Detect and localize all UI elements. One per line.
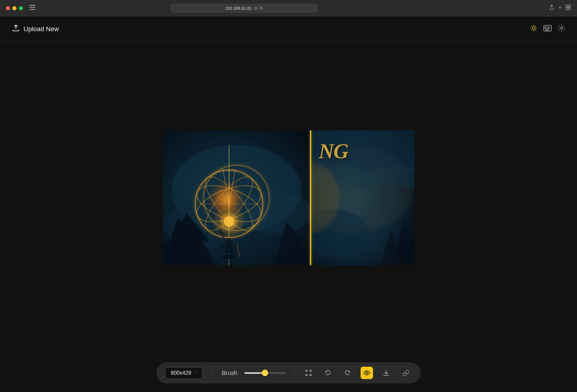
forward-arrow[interactable]: ›	[48, 4, 54, 12]
traffic-lights	[6, 6, 23, 10]
svg-line-15	[532, 30, 532, 30]
svg-point-36	[203, 173, 256, 226]
svg-rect-1	[29, 7, 35, 8]
title-bar: ‹ › 192.168.31.81 ⊙ ↻ +	[0, 0, 577, 16]
maximize-button[interactable]	[19, 6, 23, 10]
svg-point-45	[224, 216, 234, 227]
reload-icon[interactable]: ↻	[260, 6, 263, 11]
upload-label: Upload New	[24, 25, 59, 33]
navigation-arrows: ‹ ›	[42, 4, 54, 12]
brush-slider[interactable]	[244, 372, 286, 374]
resolution-label: 800x429	[171, 370, 191, 376]
toolbar-pill: 800x429 ⌃ Brush	[156, 362, 420, 383]
grid-icon[interactable]	[565, 4, 571, 12]
svg-line-50	[223, 170, 229, 207]
slider-track	[244, 372, 286, 374]
address-bar[interactable]: 192.168.31.81 ⊙ ↻	[171, 4, 318, 13]
resolution-button[interactable]: 800x429 ⌃	[165, 367, 203, 379]
svg-rect-6	[568, 8, 571, 10]
brightness-icon[interactable]	[530, 24, 538, 34]
svg-rect-4	[568, 5, 571, 7]
address-bar-icons: ⊙ ↻	[254, 6, 263, 11]
image-left-panel	[163, 130, 310, 265]
svg-point-32	[236, 192, 310, 233]
undo-button[interactable]	[322, 367, 334, 379]
svg-point-28	[561, 27, 563, 29]
upload-new-button[interactable]: Upload New	[12, 24, 59, 34]
close-button[interactable]	[6, 6, 10, 10]
svg-rect-0	[29, 5, 35, 6]
slider-thumb[interactable]	[262, 370, 268, 376]
main-canvas-area: NG	[0, 42, 577, 354]
toolbar-right-icons	[530, 24, 565, 34]
svg-point-54	[222, 254, 236, 259]
address-text: 192.168.31.81	[225, 6, 252, 11]
svg-rect-3	[566, 5, 568, 7]
translate-icon: ⊙	[254, 6, 258, 11]
bottom-toolbar: 800x429 ⌃ Brush	[0, 354, 577, 392]
minimize-button[interactable]	[12, 6, 16, 10]
svg-point-7	[532, 27, 535, 30]
title-bar-right-controls: +	[549, 4, 571, 12]
svg-line-14	[535, 26, 536, 26]
app-toolbar: Upload New	[0, 16, 577, 42]
svg-point-46	[220, 213, 238, 230]
sidebar-toggle-button[interactable]	[29, 4, 36, 12]
back-arrow[interactable]: ‹	[42, 4, 47, 12]
separator-2	[294, 368, 294, 378]
add-tab-icon[interactable]: +	[558, 4, 562, 12]
redo-button[interactable]	[341, 367, 354, 379]
brush-label: Brush	[222, 370, 237, 376]
settings-icon[interactable]	[558, 24, 565, 34]
svg-point-62	[366, 372, 368, 374]
expand-button[interactable]	[302, 367, 315, 379]
svg-point-38	[195, 170, 263, 238]
svg-rect-5	[566, 8, 568, 10]
download-button[interactable]	[380, 367, 392, 379]
svg-line-51	[229, 170, 235, 207]
ng-watermark-text: NG	[319, 139, 348, 163]
link-button[interactable]	[399, 367, 412, 379]
upload-icon	[12, 24, 20, 34]
separator-1	[211, 368, 211, 378]
svg-line-13	[535, 30, 536, 30]
keyboard-icon[interactable]	[543, 25, 552, 33]
image-right-panel: NG	[310, 130, 414, 265]
share-icon[interactable]	[549, 4, 555, 12]
svg-rect-2	[29, 9, 35, 10]
image-canvas[interactable]: NG	[163, 130, 414, 265]
svg-line-12	[532, 26, 532, 26]
view-button[interactable]	[361, 367, 373, 379]
chevron-up-icon: ⌃	[194, 371, 197, 375]
image-divider-line[interactable]	[310, 130, 311, 265]
